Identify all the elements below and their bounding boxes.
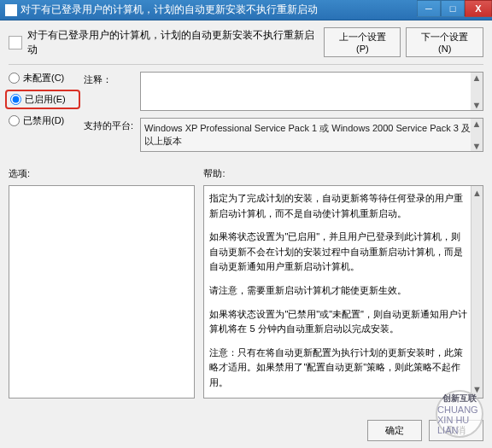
next-setting-button[interactable]: 下一个设置(N) xyxy=(406,27,483,57)
help-panel: 指定为了完成计划的安装，自动更新将等待任何登录的用户重新启动计算机，而不是自动使… xyxy=(203,185,483,399)
policy-icon xyxy=(9,36,22,49)
radio-not-configured[interactable]: 未配置(C) xyxy=(9,72,77,84)
comment-field[interactable]: ▲▼ xyxy=(140,72,483,111)
radio-enabled[interactable]: 已启用(E) xyxy=(5,90,80,109)
close-button[interactable]: X xyxy=(465,0,492,17)
help-paragraph: 请注意，需要重新启动计算机才能使更新生效。 xyxy=(209,283,469,299)
help-paragraph: 指定为了完成计划的安装，自动更新将等待任何登录的用户重新启动计算机，而不是自动使… xyxy=(209,191,469,221)
titlebar: 对于有已登录用户的计算机，计划的自动更新安装不执行重新启动 ─ □ X xyxy=(0,0,492,20)
help-paragraph: 注意：只有在将自动更新配置为执行计划的更新安装时，此策略才适用。如果禁用了"配置… xyxy=(209,346,469,391)
comment-scrollbar[interactable]: ▲▼ xyxy=(471,73,483,110)
platform-value: Windows XP Professional Service Pack 1 或… xyxy=(144,123,471,146)
help-paragraph: 如果将状态设置为"已禁用"或"未配置"，则自动更新通知用户计算机将在 5 分钟内… xyxy=(209,307,469,337)
comment-label: 注释： xyxy=(84,72,135,111)
previous-setting-button[interactable]: 上一个设置(P) xyxy=(324,27,401,57)
separator xyxy=(9,64,483,65)
radio-disabled-input[interactable] xyxy=(9,115,20,126)
policy-title: 对于有已登录用户的计算机，计划的自动更新安装不执行重新启动 xyxy=(27,28,319,57)
minimize-button[interactable]: ─ xyxy=(417,0,441,17)
app-icon xyxy=(5,4,17,16)
help-label: 帮助: xyxy=(203,167,483,180)
radio-not-configured-input[interactable] xyxy=(9,73,20,84)
ok-button[interactable]: 确定 xyxy=(367,420,422,441)
platform-label: 支持的平台: xyxy=(84,118,135,152)
radio-enabled-input[interactable] xyxy=(10,94,21,105)
maximize-button[interactable]: □ xyxy=(441,0,465,17)
platform-field: Windows XP Professional Service Pack 1 或… xyxy=(140,118,483,152)
radio-enabled-label: 已启用(E) xyxy=(25,93,66,106)
radio-disabled[interactable]: 已禁用(D) xyxy=(9,114,77,127)
platform-scrollbar[interactable]: ▲▼ xyxy=(471,119,483,151)
cancel-button[interactable]: 取消 xyxy=(429,420,483,441)
help-scrollbar[interactable]: ▲▼ xyxy=(471,186,483,398)
options-panel xyxy=(9,185,195,399)
options-label: 选项: xyxy=(9,167,195,180)
window-title: 对于有已登录用户的计算机，计划的自动更新安装不执行重新启动 xyxy=(20,3,318,17)
radio-not-configured-label: 未配置(C) xyxy=(23,72,64,84)
help-paragraph: 如果将状态设置为"已启用"，并且用户已登录到此计算机，则自动更新不会在计划的安装… xyxy=(209,230,469,275)
radio-disabled-label: 已禁用(D) xyxy=(23,114,64,127)
